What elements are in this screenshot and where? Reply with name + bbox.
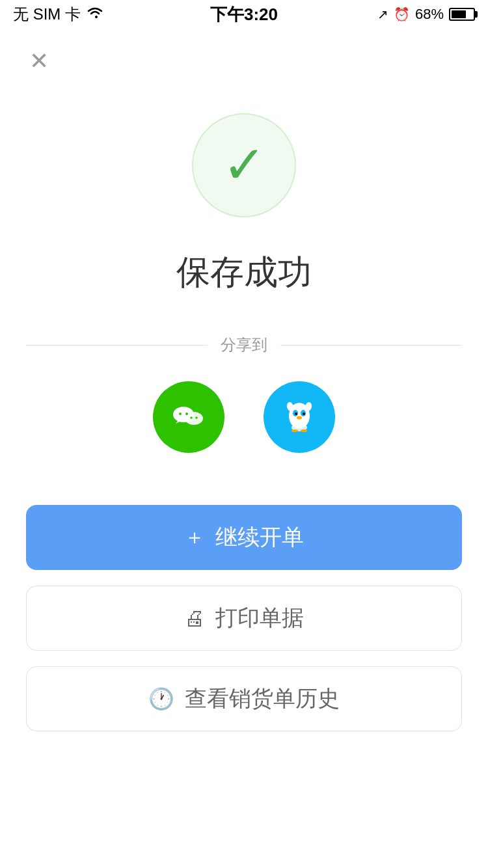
svg-point-15 <box>291 429 298 432</box>
status-time: 下午3:20 <box>210 3 278 26</box>
qq-icon <box>278 396 320 438</box>
status-right: ↗ ⏰ 68% <box>377 6 475 23</box>
continue-label: 继续开单 <box>215 522 304 552</box>
history-button[interactable]: 🕐 查看销货单历史 <box>26 666 462 731</box>
divider-label: 分享到 <box>221 334 267 355</box>
print-button[interactable]: 🖨 打印单据 <box>26 586 462 651</box>
success-icon-circle: ✓ <box>192 113 296 217</box>
qq-share-button[interactable] <box>264 381 335 453</box>
svg-point-12 <box>297 416 302 420</box>
history-label: 查看销货单历史 <box>185 684 340 714</box>
wechat-icon <box>169 398 208 437</box>
success-title: 保存成功 <box>176 250 312 295</box>
share-icons-row <box>153 381 335 453</box>
wechat-share-button[interactable] <box>153 381 224 453</box>
continue-button[interactable]: ＋ 继续开单 <box>26 505 462 570</box>
main-content: ✓ 保存成功 分享到 <box>0 94 488 868</box>
wifi-icon <box>86 5 104 23</box>
divider-line-right <box>280 345 462 346</box>
svg-point-10 <box>295 413 297 415</box>
alarm-icon: ⏰ <box>394 7 410 22</box>
svg-point-11 <box>303 413 305 415</box>
battery-icon <box>449 8 475 21</box>
close-button[interactable]: ✕ <box>20 42 59 81</box>
svg-point-3 <box>185 413 188 415</box>
history-icon: 🕐 <box>148 686 174 711</box>
print-icon: 🖨 <box>184 606 205 631</box>
svg-point-2 <box>179 413 182 415</box>
svg-point-16 <box>301 429 307 432</box>
carrier-text: 无 SIM 卡 <box>13 4 81 25</box>
svg-point-5 <box>195 416 198 419</box>
location-icon: ↗ <box>377 7 388 22</box>
svg-point-4 <box>190 416 193 419</box>
close-icon: ✕ <box>29 49 49 73</box>
share-divider: 分享到 <box>26 334 462 355</box>
divider-line-left <box>26 345 208 346</box>
status-carrier: 无 SIM 卡 <box>13 4 104 25</box>
status-bar: 无 SIM 卡 下午3:20 ↗ ⏰ 68% <box>0 0 488 29</box>
battery-percent: 68% <box>415 6 444 23</box>
print-label: 打印单据 <box>215 603 304 633</box>
action-buttons: ＋ 继续开单 🖨 打印单据 🕐 查看销货单历史 <box>26 505 462 731</box>
checkmark-icon: ✓ <box>223 139 266 191</box>
plus-icon: ＋ <box>184 523 205 552</box>
